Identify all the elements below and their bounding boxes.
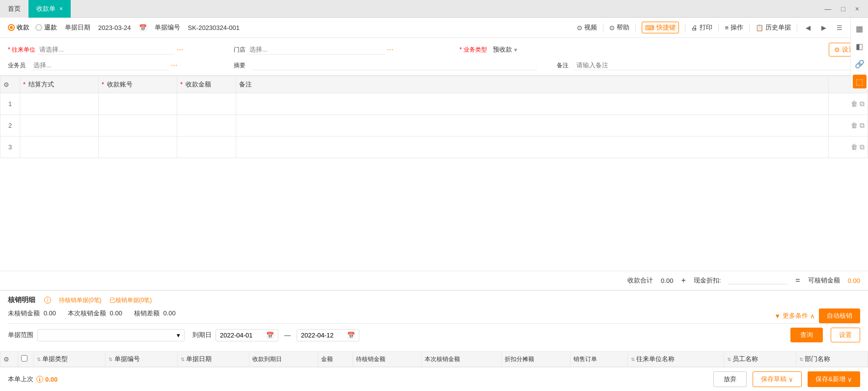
abandon-btn[interactable]: 放弃 (713, 371, 747, 387)
date-from-input[interactable] (220, 332, 264, 339)
bottom-table-settings-icon[interactable]: ⚙ (3, 356, 9, 363)
th-discount: 折扣分摊额 (501, 352, 570, 367)
row1-copy-icon[interactable]: ⧉ (860, 100, 865, 108)
reconcile-settings-btn[interactable]: 设置 (831, 328, 860, 342)
th-partner: ⇅ 往来单位名称 (627, 352, 724, 367)
total-value: 0.00 (661, 277, 673, 284)
tab-close-icon[interactable]: × (59, 5, 63, 12)
calendar-to-icon[interactable]: 📅 (347, 332, 355, 339)
reconcile-info-icon[interactable]: i (44, 297, 51, 304)
table-row: 3 🗑 ⧉ (0, 137, 868, 158)
main-table: ⚙ 结算方式 收款账号 收款金额 备注 操作 1 (0, 76, 868, 158)
ops-btn[interactable]: ≡ 操作 (725, 23, 743, 32)
tab-receipt[interactable]: 收款单 × (28, 0, 71, 18)
select-all-checkbox[interactable] (21, 355, 27, 362)
remarks-input[interactable] (574, 60, 860, 70)
video-btn[interactable]: ⊙ 视频 (577, 23, 597, 32)
shortcut-btn[interactable]: ⌨ 快捷键 (642, 22, 679, 33)
row2-account[interactable] (99, 115, 177, 137)
row1-note[interactable] (236, 93, 829, 115)
row1-account[interactable] (99, 93, 177, 115)
print-btn[interactable]: 🖨 打印 (691, 23, 712, 32)
close-btn[interactable]: × (852, 3, 862, 15)
nav-prev-btn[interactable]: ◀ (803, 23, 813, 32)
row1-amount[interactable] (177, 93, 236, 115)
row3-note[interactable] (236, 137, 829, 158)
row2-delete-icon[interactable]: 🗑 (851, 121, 858, 130)
row3-account[interactable] (99, 137, 177, 158)
date-to-picker[interactable]: 📅 (297, 329, 359, 341)
save-btn[interactable]: 保存&新增 ∨ (808, 371, 860, 387)
help-btn[interactable]: ⊙ 帮助 (609, 23, 629, 32)
tab-home[interactable]: 首页 (0, 0, 28, 18)
doc-range-select[interactable]: ▾ (37, 329, 185, 341)
row2-note[interactable] (236, 115, 829, 137)
auto-verify-btn[interactable]: 自动核销 (819, 308, 860, 323)
maximize-btn[interactable]: □ (838, 3, 848, 15)
row2-copy-icon[interactable]: ⧉ (860, 121, 865, 130)
row3-payment[interactable] (20, 137, 99, 158)
discount-label: 现金折扣: (694, 276, 721, 285)
business-type-dropdown-icon[interactable]: ▾ (514, 46, 517, 54)
doc-range-field: 单据范围 ▾ (8, 329, 185, 341)
row3-copy-icon[interactable]: ⧉ (860, 143, 865, 151)
partner-label: * 往来单位 (8, 46, 35, 54)
reconcile-title: 核销明细 (8, 296, 35, 305)
partner-more-icon[interactable]: ··· (177, 45, 183, 54)
video-icon: ⊙ (577, 24, 582, 31)
calendar-icon[interactable]: 📅 (139, 24, 147, 31)
query-btn[interactable]: 查询 (790, 328, 823, 342)
staff-more-icon[interactable]: ··· (171, 61, 177, 70)
divider3 (685, 24, 685, 31)
summary-row: 收款合计 0.00 + 现金折扣: = 可核销金额 0.00 (0, 271, 868, 290)
refund-radio[interactable]: 退款 (35, 23, 57, 32)
row3-delete-icon[interactable]: 🗑 (851, 143, 858, 151)
receipt-radio[interactable]: 收款 (8, 23, 29, 32)
row3-amount[interactable] (177, 137, 236, 158)
plus-sign: + (681, 276, 685, 285)
toolbar: 收款 退款 单据日期 2023-03-24 📅 单据编号 SK-20230324… (0, 18, 868, 38)
business-type-label: * 业务类型 (460, 46, 487, 54)
minimize-btn[interactable]: — (821, 3, 834, 15)
store-more-icon[interactable]: ··· (387, 45, 393, 54)
divider1 (603, 24, 603, 31)
tab-bar: 首页 收款单 × — □ × (0, 0, 868, 18)
chevron-up-icon: ∧ (810, 312, 815, 320)
draft-btn[interactable]: 保存草稿 ∨ (753, 371, 802, 387)
more-conditions-btn[interactable]: ▼ 更多条件 ∧ (774, 311, 815, 320)
sidebar-icon-1[interactable]: ▦ (853, 22, 867, 35)
sidebar-icon-2[interactable]: ◧ (853, 39, 867, 53)
staff-input[interactable] (31, 60, 169, 70)
row1-delete-icon[interactable]: 🗑 (851, 100, 858, 108)
row-num-2: 2 (0, 115, 20, 137)
pending-tab-link[interactable]: 待核销单据(0笔) (59, 296, 102, 305)
nav-next-btn[interactable]: ▶ (819, 23, 829, 32)
list-view-btn[interactable]: ☰ (835, 23, 844, 32)
summary-input[interactable] (251, 60, 537, 70)
done-tab-link[interactable]: 已核销单据(0笔) (109, 296, 152, 305)
current-stat: 本次核销金额 0.00 (68, 309, 122, 318)
th-doc-date: ⇅ 单据日期 (177, 352, 249, 367)
date-from-picker[interactable]: 📅 (216, 329, 278, 341)
prev-value: 0.00 (45, 376, 57, 383)
calendar-from-icon[interactable]: 📅 (266, 332, 274, 339)
partner-input[interactable] (37, 45, 175, 55)
row1-payment[interactable] (20, 93, 99, 115)
row2-payment[interactable] (20, 115, 99, 137)
date-to-input[interactable] (301, 332, 345, 339)
footer-info-icon[interactable]: ℹ (36, 376, 43, 383)
save-btn-label: 保存&新增 (815, 375, 845, 384)
history-btn[interactable]: 📋 历史单据 (756, 23, 791, 32)
sidebar-icon-3[interactable]: 🔗 (853, 57, 867, 71)
store-field: 门店 ··· (234, 45, 440, 55)
toolbar-right: ⊙ 视频 ⊙ 帮助 ⌨ 快捷键 🖨 打印 ≡ 操作 (577, 22, 860, 33)
current-label: 本次核销金额 (68, 309, 106, 317)
sidebar-icon-4[interactable]: ⬚ (853, 75, 867, 88)
discount-input[interactable] (729, 277, 787, 284)
table-settings-icon[interactable]: ⚙ (3, 81, 9, 88)
footer-left: 本单上次 ℹ 0.00 (8, 375, 57, 384)
store-input[interactable] (247, 45, 385, 55)
business-type-value: 预收款 (493, 45, 512, 54)
receipt-radio-label: 收款 (17, 23, 29, 32)
row2-amount[interactable] (177, 115, 236, 137)
